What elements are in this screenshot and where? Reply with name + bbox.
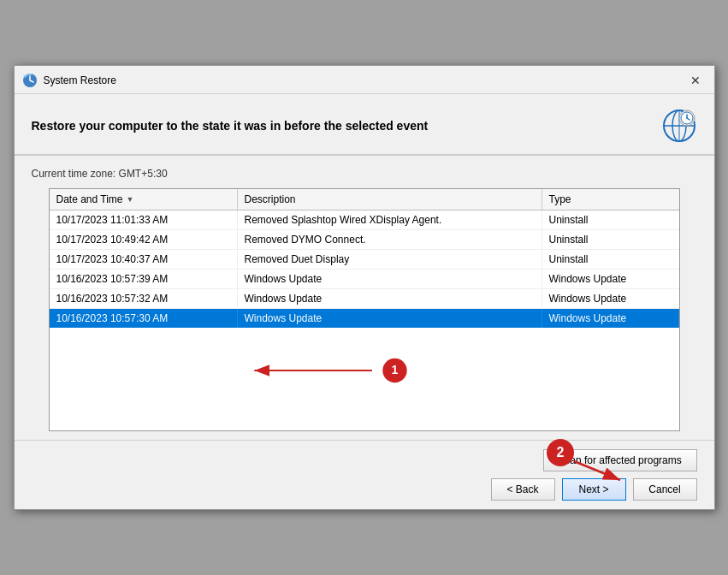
cell-type: Windows Update xyxy=(542,289,679,308)
title-bar-left: System Restore xyxy=(21,72,116,89)
col-datetime: Date and Time ▼ xyxy=(50,189,238,210)
cell-description: Removed DYMO Connect. xyxy=(238,230,542,249)
table-row[interactable]: 10/16/2023 10:57:32 AMWindows UpdateWind… xyxy=(50,289,679,309)
cell-datetime: 10/16/2023 10:57:32 AM xyxy=(50,289,238,308)
cell-description: Windows Update xyxy=(238,270,542,288)
cancel-button[interactable]: Cancel xyxy=(633,478,697,501)
cell-description: Removed Duet Display xyxy=(238,250,542,269)
table-header: Date and Time ▼ Description Type xyxy=(50,189,679,210)
footer-section: Scan for affected programs 2 < Back Next… xyxy=(15,440,714,509)
window-title: System Restore xyxy=(44,74,116,86)
footer-bottom: 2 < Back Next > Cancel xyxy=(32,478,697,501)
table-row[interactable]: 10/17/2023 10:40:37 AMRemoved Duet Displ… xyxy=(50,250,679,270)
table-row[interactable]: 10/16/2023 10:57:30 AMWindows UpdateWind… xyxy=(50,309,679,328)
cell-datetime: 10/17/2023 11:01:33 AM xyxy=(50,210,238,229)
cell-datetime: 10/17/2023 10:49:42 AM xyxy=(50,230,238,249)
close-button[interactable]: ✕ xyxy=(684,71,707,90)
table-row[interactable]: 10/17/2023 10:49:42 AMRemoved DYMO Conne… xyxy=(50,230,679,250)
table-row[interactable]: 10/16/2023 10:57:39 AMWindows UpdateWind… xyxy=(50,270,679,289)
system-restore-dialog: System Restore ✕ Restore your computer t… xyxy=(14,65,715,510)
cell-description: Windows Update xyxy=(238,309,542,328)
title-bar: System Restore ✕ xyxy=(15,66,714,94)
header-icon xyxy=(661,108,697,144)
sort-icon: ▼ xyxy=(127,195,134,204)
scan-button[interactable]: Scan for affected programs xyxy=(543,449,697,471)
cell-description: Windows Update xyxy=(238,289,542,308)
cell-datetime: 10/17/2023 10:40:37 AM xyxy=(50,250,238,269)
table-body: 10/17/2023 11:01:33 AMRemoved Splashtop … xyxy=(50,210,679,328)
header-section: Restore your computer to the state it wa… xyxy=(15,94,714,156)
table-row[interactable]: 10/17/2023 11:01:33 AMRemoved Splashtop … xyxy=(50,210,679,230)
cell-type: Uninstall xyxy=(542,250,679,269)
footer-top: Scan for affected programs xyxy=(32,449,697,471)
cell-datetime: 10/16/2023 10:57:39 AM xyxy=(50,270,238,288)
header-title: Restore your computer to the state it wa… xyxy=(32,119,429,133)
system-restore-icon xyxy=(21,72,38,89)
cell-type: Windows Update xyxy=(542,309,679,328)
timezone-label: Current time zone: GMT+5:30 xyxy=(32,168,697,180)
col-description: Description xyxy=(238,189,542,210)
next-button[interactable]: Next > xyxy=(562,478,626,501)
restore-points-table: Date and Time ▼ Description Type 10/17/2… xyxy=(49,188,680,431)
cell-type: Windows Update xyxy=(542,270,679,288)
table-and-annotation: Date and Time ▼ Description Type 10/17/2… xyxy=(49,188,680,431)
cell-type: Uninstall xyxy=(542,230,679,249)
col-type: Type xyxy=(542,189,679,210)
back-button[interactable]: < Back xyxy=(491,478,555,501)
cell-type: Uninstall xyxy=(542,210,679,229)
content-section: Current time zone: GMT+5:30 Date and Tim… xyxy=(15,156,714,440)
cell-datetime: 10/16/2023 10:57:30 AM xyxy=(50,309,238,328)
cell-description: Removed Splashtop Wired XDisplay Agent. xyxy=(238,210,542,229)
empty-rows xyxy=(50,328,679,430)
